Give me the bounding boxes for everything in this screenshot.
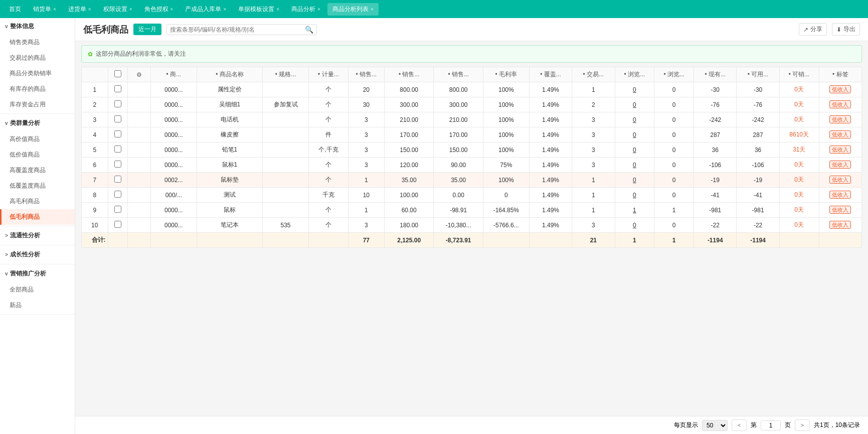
nav-item-进货单[interactable]: 进货单× [63,3,96,16]
row-checkbox[interactable] [114,115,121,122]
saleable-value: 31天 [793,146,805,153]
browse-link[interactable]: 0 [633,222,636,229]
total-cell-12: 21 [572,233,615,248]
cell-browse1[interactable]: 1 [615,203,654,218]
sidebar-item-有库存的商品[interactable]: 有库存的商品 [0,81,75,97]
sidebar-item-新品[interactable]: 新品 [0,298,75,313]
cell-browse1[interactable]: 0 [615,127,654,142]
nav-item-商品分析列表[interactable]: 商品分析列表× [327,3,379,16]
sidebar-group-整体信息[interactable]: v整体信息 [0,18,75,35]
browse-link[interactable]: 0 [633,101,636,108]
cell-browse1[interactable]: 0 [615,97,654,112]
sidebar-item-低覆盖度商品[interactable]: 低覆盖度商品 [0,178,75,194]
cell-browse1[interactable]: 0 [615,158,654,173]
cell-check[interactable] [108,97,127,112]
prev-page-btn[interactable]: ＜ [732,419,747,431]
cell-code: 0002... [150,173,197,188]
page-size-select[interactable]: 5020100 [702,420,728,431]
close-icon[interactable]: × [317,7,320,12]
sidebar-item-交易过的商品[interactable]: 交易过的商品 [0,50,75,66]
row-checkbox[interactable] [114,191,121,198]
next-page-btn[interactable]: ＞ [795,419,810,431]
sidebar-group-类群量分析[interactable]: v类群量分析 [0,115,75,131]
close-icon[interactable]: × [88,7,91,12]
sidebar-item-全部商品[interactable]: 全部商品 [0,282,75,298]
row-checkbox[interactable] [114,130,121,137]
cell-check[interactable] [108,218,127,233]
close-icon[interactable]: × [129,7,132,12]
cell-saleAmount: 0.00 [434,188,483,203]
sidebar-item-库存资金占用[interactable]: 库存资金占用 [0,97,75,112]
browse-link[interactable]: 0 [633,116,636,123]
nav-item-商品分析[interactable]: 商品分析× [286,3,325,16]
sidebar-item-低价值商品[interactable]: 低价值商品 [0,147,75,163]
row-checkbox[interactable] [114,100,121,107]
row-checkbox[interactable] [114,146,121,153]
page-input[interactable] [761,420,781,430]
cell-stock: -981 [694,203,737,218]
cell-browse1[interactable]: 0 [615,218,654,233]
close-icon[interactable]: × [276,7,279,12]
sidebar-item-高毛利商品[interactable]: 高毛利商品 [0,194,75,209]
cell-check[interactable] [108,188,127,203]
browse-link[interactable]: 0 [633,131,636,138]
nav-item-销货单[interactable]: 销货单× [28,3,61,16]
browse-link[interactable]: 0 [633,147,636,154]
export-button[interactable]: ⬇ 导出 [832,23,860,36]
cell-qty: 30 [348,97,384,112]
table-row: 100000...笔记本535个3180.00-10,380...-5766.6… [82,218,862,233]
filter-btn[interactable]: 近一月 [133,24,161,35]
close-icon[interactable]: × [371,7,374,12]
row-checkbox[interactable] [114,161,121,168]
sidebar-item-商品分类助销率[interactable]: 商品分类助销率 [0,66,75,81]
cell-browse1[interactable]: 0 [615,82,654,97]
select-all-checkbox[interactable] [114,70,121,77]
cell-browse1[interactable]: 0 [615,188,654,203]
row-checkbox[interactable] [114,85,121,92]
nav-item-单据模板设置[interactable]: 单据模板设置× [233,3,284,16]
row-checkbox[interactable] [114,221,121,228]
total-cell-1 [108,233,127,248]
row-checkbox[interactable] [114,176,121,183]
share-button[interactable]: ↗ 分享 [799,23,827,36]
cell-check[interactable] [108,203,127,218]
nav-item-权限设置[interactable]: 权限设置× [98,3,137,16]
search-icon: 🔍 [305,26,313,34]
cell-browse1[interactable]: 0 [615,142,654,158]
cell-check[interactable] [108,82,127,97]
sidebar-item-高价值商品[interactable]: 高价值商品 [0,131,75,147]
sidebar-item-销售类商品[interactable]: 销售类商品 [0,35,75,50]
cell-check[interactable] [108,158,127,173]
close-icon[interactable]: × [170,7,173,12]
sidebar-item-低毛利商品[interactable]: 低毛利商品 [0,209,75,225]
close-icon[interactable]: × [53,7,56,12]
col-header-code: • 商... [150,67,197,82]
browse-link[interactable]: 0 [633,192,636,199]
cell-saleable: 0天 [779,203,819,218]
browse-link[interactable]: 0 [633,86,636,93]
cell-tag: 低收入 [819,127,861,142]
cell-browse1[interactable]: 0 [615,173,654,188]
cell-check[interactable] [108,112,127,127]
cell-trade: 1 [572,173,615,188]
browse-link[interactable]: 1 [633,207,636,214]
browse-link[interactable]: 0 [633,177,636,184]
nav-item-首页[interactable]: 首页 [4,3,26,16]
row-checkbox[interactable] [114,206,121,213]
cell-check[interactable] [108,173,127,188]
cell-check[interactable] [108,142,127,158]
sidebar-group-营销推广分析[interactable]: v营销推广分析 [0,265,75,282]
search-input[interactable] [170,26,305,33]
sidebar-item-高覆盖度商品[interactable]: 高覆盖度商品 [0,163,75,178]
saleable-value: 0天 [794,161,804,168]
nav-item-角色授权[interactable]: 角色授权× [139,3,179,16]
sidebar-group-流通性分析[interactable]: >流通性分析 [0,227,75,244]
cell-code: 0000... [150,218,197,233]
nav-item-产成品入库单[interactable]: 产成品入库单× [180,3,231,16]
cell-trade: 3 [572,158,615,173]
close-icon[interactable]: × [223,7,226,12]
sidebar-group-成长性分析[interactable]: >成长性分析 [0,246,75,263]
cell-check[interactable] [108,127,127,142]
browse-link[interactable]: 0 [633,162,636,169]
cell-browse1[interactable]: 0 [615,112,654,127]
